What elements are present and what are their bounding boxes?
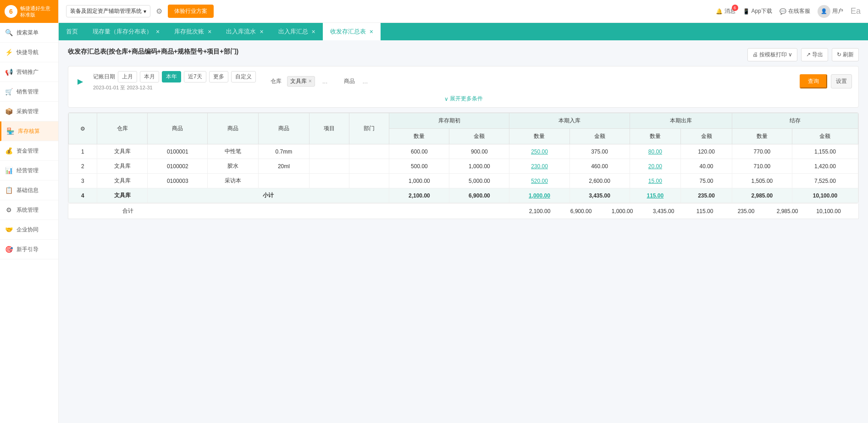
settings-gear[interactable]: ⚙ [156, 7, 162, 16]
print-button[interactable]: 🖨 按模板打印 ∨ [747, 48, 797, 61]
sidebar-nav: 🔍搜索菜单⚡快捷导航📢营销推广🛒销售管理📦采购管理🏪库存核算💰资金管理📊经营管理… [0, 23, 58, 259]
nav-label-marketing: 营销推广 [17, 68, 39, 76]
cell-closing-amount-0: 1,155.00 [792, 144, 858, 159]
expand-more-label: 展开更多条件 [450, 95, 483, 103]
goods-dots[interactable]: ... [360, 77, 370, 85]
nav-label-business: 经营管理 [17, 167, 39, 175]
goods-label: 商品 [344, 77, 355, 85]
subtotal-warehouse: 文具库 [97, 188, 147, 203]
sidebar-item-inventory[interactable]: 🏪库存核算 [0, 121, 58, 141]
warehouse-label: 仓库 [271, 77, 282, 85]
tab-close-1[interactable]: × [156, 28, 160, 35]
cell-in-qty-1[interactable]: 230.00 [509, 159, 569, 174]
nav-icon-business: 📊 [5, 166, 13, 175]
cell-in-qty-0[interactable]: 250.00 [509, 144, 569, 159]
settings-button[interactable]: 设置 [831, 74, 852, 88]
online-service-label: 在线客服 [788, 7, 810, 15]
nav-label-basicinfo: 基础信息 [17, 187, 39, 194]
nav-label-collab: 企业协同 [17, 226, 39, 234]
subtotal-out-qty[interactable]: 115.00 [630, 188, 681, 203]
sidebar-item-sales[interactable]: 🛒销售管理 [0, 82, 58, 102]
cell-closing-qty-0: 770.00 [732, 144, 792, 159]
warehouse-tag-close[interactable]: × [309, 78, 312, 84]
sidebar-item-guide[interactable]: 🎯新手引导 [0, 240, 58, 259]
cell-out-qty-2[interactable]: 15.00 [630, 174, 681, 188]
online-service-button[interactable]: 💬 在线客服 [780, 7, 810, 15]
table-row: 1 文具库 0100001 中性笔 0.7mm 600.00 900.00 25… [69, 144, 858, 159]
col-out-group: 本期出库 [630, 113, 732, 129]
col-goods-spec: 商品 [258, 113, 310, 144]
cell-opening-amount-2: 5,000.00 [449, 174, 509, 188]
sidebar-item-business[interactable]: 📊经营管理 [0, 161, 58, 181]
date-more[interactable]: 更多 [209, 71, 228, 82]
nav-label-inventory: 库存核算 [18, 127, 40, 135]
date-this-month[interactable]: 本月 [140, 71, 159, 82]
sidebar-item-basicinfo[interactable]: 📋基础信息 [0, 181, 58, 200]
cell-name-0: 中性笔 [208, 144, 258, 159]
tab-close-5[interactable]: × [370, 28, 373, 35]
table-settings-icon[interactable]: ⚙ [80, 126, 85, 132]
col-settings[interactable]: ⚙ [69, 113, 97, 144]
cell-spec-2 [258, 174, 310, 188]
sidebar-item-collab[interactable]: 🤝企业协同 [0, 220, 58, 240]
sidebar-logo: 6 畅捷通好生意 标准版 [0, 0, 58, 23]
trial-button[interactable]: 体验行业方案 [168, 5, 214, 18]
date-this-year[interactable]: 本年 [162, 71, 181, 82]
cell-project-2 [310, 174, 349, 188]
tab-2[interactable]: 库存批次账× [167, 23, 219, 40]
tab-close-2[interactable]: × [208, 28, 211, 35]
date-custom[interactable]: 自定义 [231, 71, 256, 82]
nav-icon-inventory: 🏪 [6, 127, 14, 135]
expand-more-button[interactable]: ∨ 展开更多条件 [444, 95, 483, 103]
tab-1[interactable]: 现存量（库存分布表）× [85, 23, 167, 40]
cell-code-1: 0100002 [148, 159, 208, 174]
tab-3[interactable]: 出入库流水× [219, 23, 271, 40]
cell-out-qty-1[interactable]: 20.00 [630, 159, 681, 174]
cell-index-0: 1 [69, 144, 97, 159]
data-table-container: ⚙ 仓库 商品 商品 商品 项目 部门 库存期初 本期入库 本期出库 结存 [68, 112, 859, 203]
warehouse-tag[interactable]: 文具库 × [287, 76, 315, 87]
print-label: 按模板打印 [759, 51, 787, 59]
cell-out-qty-0[interactable]: 80.00 [630, 144, 681, 159]
filter-expand-arrow[interactable]: ▶ [75, 76, 86, 87]
tab-close-3[interactable]: × [260, 28, 263, 35]
tab-5[interactable]: 收发存汇总表× [323, 23, 381, 40]
tabbar: 首页现存量（库存分布表）×库存批次账×出入库流水×出入库汇总×收发存汇总表× [59, 23, 868, 40]
user-label: 用户 [832, 7, 843, 15]
tab-4[interactable]: 出入库汇总× [271, 23, 323, 40]
warehouse-tag-text: 文具库 [290, 77, 307, 85]
subtotal-in-amount: 3,435.00 [569, 188, 630, 203]
date-last-7[interactable]: 近7天 [184, 71, 206, 82]
user-button[interactable]: 👤 用户 [818, 5, 843, 18]
date-last-month[interactable]: 上月 [118, 71, 137, 82]
sidebar-item-quicknav[interactable]: ⚡快捷导航 [0, 43, 58, 62]
warehouse-dots[interactable]: ... [321, 77, 330, 85]
app-download-label: App下载 [752, 7, 772, 15]
total-in-qty: 1,000.00 [602, 208, 643, 214]
sidebar-item-purchase[interactable]: 📦采购管理 [0, 102, 58, 121]
sidebar-item-search[interactable]: 🔍搜索菜单 [0, 23, 58, 43]
app-download-button[interactable]: 📱 App下载 [743, 7, 772, 15]
tab-0[interactable]: 首页 [59, 23, 85, 40]
tab-close-4[interactable]: × [312, 28, 315, 35]
system-selector[interactable]: 装备及固定资产辅助管理系统 ▾ [66, 5, 150, 17]
export-icon: ↗ [806, 51, 811, 58]
query-button[interactable]: 查询 [800, 74, 827, 88]
export-button[interactable]: ↗ 导出 [801, 48, 828, 61]
table-total-row: 合计 2,100.00 6,900.00 1,000.00 3,435.00 1… [68, 203, 859, 219]
subtotal-in-qty[interactable]: 1,000.00 [509, 188, 569, 203]
subtotal-opening-amount: 6,900.00 [449, 188, 509, 203]
notification-button[interactable]: 🔔 消息 6 [716, 7, 735, 15]
sidebar-item-system[interactable]: ⚙系统管理 [0, 200, 58, 220]
date-range-text: 2023-01-01 至 2023-12-31 [93, 84, 256, 91]
refresh-button[interactable]: ↻ 刷新 [832, 48, 859, 61]
cell-closing-qty-1: 710.00 [732, 159, 792, 174]
page-title: 收发存汇总表(按仓库+商品编码+商品+规格型号+项目+部门) [68, 48, 238, 56]
cell-in-qty-2[interactable]: 520.00 [509, 174, 569, 188]
sidebar-item-finance[interactable]: 💰资金管理 [0, 141, 58, 161]
col-in-qty: 数量 [509, 129, 569, 144]
nav-icon-marketing: 📢 [5, 68, 13, 76]
sidebar-item-marketing[interactable]: 📢营销推广 [0, 62, 58, 82]
tab-label-1: 现存量（库存分布表） [93, 27, 152, 36]
cell-closing-amount-1: 1,420.00 [792, 159, 858, 174]
